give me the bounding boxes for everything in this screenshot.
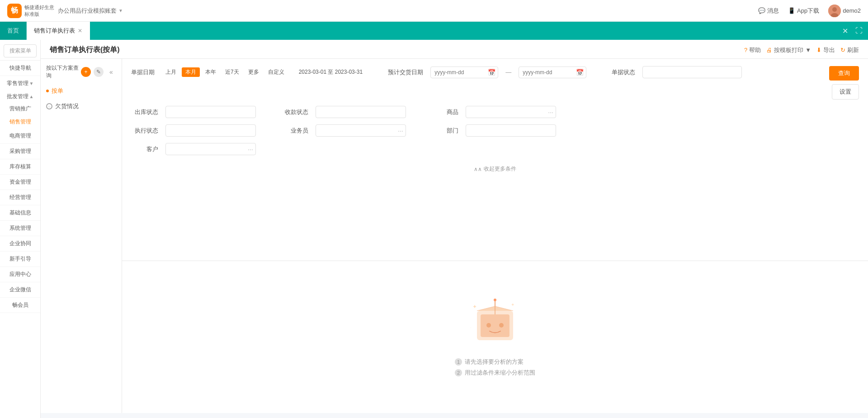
page-title: 销售订单执行表(按单) xyxy=(50,45,120,55)
collapse-panel-button[interactable]: « xyxy=(106,67,116,77)
filter-row-4: 客户 ··· xyxy=(131,143,859,155)
filter-area: 单据日期 上月 本月 本年 近7天 更多 自定义 2023-03-01 至 20… xyxy=(122,59,868,261)
status-select[interactable] xyxy=(642,66,742,78)
tab-close-icon[interactable]: ✕ xyxy=(78,28,82,34)
tab-expand-icon[interactable]: ⛶ xyxy=(854,25,864,37)
export-button[interactable]: ⬇ 导出 xyxy=(816,46,835,54)
salesperson-input-wrap: ··· xyxy=(316,124,406,137)
date-this-month-btn[interactable]: 本月 xyxy=(182,67,200,77)
empty-state: ✦ ✦ · 1 请先选择要分析的方案 2 用过滤条件来缩小分析范围 xyxy=(122,261,868,413)
product-input-wrap: ··· xyxy=(466,106,556,118)
department-select[interactable] xyxy=(466,124,556,137)
calendar-end-icon[interactable]: 📅 xyxy=(576,69,584,76)
message-button[interactable]: 💬 消息 xyxy=(758,7,779,15)
sidebar-item-inventory[interactable]: 库存核算 xyxy=(0,159,40,175)
exec-select[interactable] xyxy=(165,124,256,137)
shipment-select[interactable] xyxy=(165,106,256,118)
active-dot-icon xyxy=(46,90,49,92)
print-chevron-icon: ▼ xyxy=(805,47,811,53)
salesperson-input[interactable] xyxy=(316,124,406,137)
logo-box: 畅 畅捷通好生意 标准版 xyxy=(7,4,54,18)
exec-label: 执行状态 xyxy=(131,127,158,135)
wholesale-chevron-icon: ▲ xyxy=(29,94,34,99)
payment-select[interactable] xyxy=(316,106,406,118)
top-bar-left: 畅 畅捷通好生意 标准版 办公用品行业模拟账套 ▼ xyxy=(7,4,123,18)
print-button[interactable]: 🖨 按模板打印 ▼ xyxy=(766,46,811,54)
sidebar-item-ecommerce[interactable]: 电商管理 xyxy=(0,128,40,144)
payment-select-wrap xyxy=(316,106,406,118)
refresh-button[interactable]: ↻ 刷新 xyxy=(840,46,859,54)
left-panel-header: 按以下方案查询 + ✎ « xyxy=(41,64,122,83)
product-more-icon[interactable]: ··· xyxy=(548,109,553,116)
exec-select-wrap xyxy=(165,124,256,137)
status-label: 单据状态 xyxy=(612,68,635,76)
filter-data-area: 单据日期 上月 本月 本年 近7天 更多 自定义 2023-03-01 至 20… xyxy=(122,59,868,413)
customer-more-icon[interactable]: ··· xyxy=(248,146,253,153)
avatar xyxy=(828,5,841,17)
inactive-ring-icon: ○ xyxy=(46,103,52,109)
collapse-bar: ∧∧ 收起更多条件 xyxy=(131,162,859,176)
svg-point-6 xyxy=(499,323,504,328)
tab-close-window-icon[interactable]: ✕ xyxy=(840,25,850,37)
sidebar-item-marketing[interactable]: 营销推广 xyxy=(0,102,40,115)
product-input[interactable] xyxy=(466,106,556,118)
date-custom-btn[interactable]: 自定义 xyxy=(264,67,288,77)
sidebar-item-quicknav[interactable]: 快捷导航 xyxy=(0,61,40,76)
chevron-down-icon: ▼ xyxy=(118,8,123,13)
salesperson-label: 业务员 xyxy=(281,127,308,135)
sidebar-item-operations[interactable]: 经营管理 xyxy=(0,190,40,205)
logo-text: 畅捷通好生意 标准版 xyxy=(24,4,54,17)
sidebar-item-apps[interactable]: 应用中心 xyxy=(0,267,40,282)
scheme-item-单[interactable]: 按单 xyxy=(41,83,122,99)
content-body: 按以下方案查询 + ✎ « 按单 xyxy=(41,59,868,413)
date-more-btn[interactable]: 更多 xyxy=(245,67,263,77)
retail-chevron-icon: ▼ xyxy=(29,81,34,86)
calendar-start-icon[interactable]: 📅 xyxy=(488,69,495,76)
tab-home[interactable]: 首页 xyxy=(0,22,27,40)
sidebar-section-wholesale-header[interactable]: 批发管理 ▲ xyxy=(0,89,40,102)
page-header: 销售订单执行表(按单) ? 帮助 🖨 按模板打印 ▼ ⬇ 导出 ↻ 刷新 xyxy=(41,40,868,59)
sidebar-item-basic[interactable]: 基础信息 xyxy=(0,205,40,221)
logo-icon: 畅 xyxy=(7,4,22,18)
collapse-icon: « xyxy=(109,68,113,76)
svg-text:✦: ✦ xyxy=(511,302,514,307)
edit-scheme-button[interactable]: ✎ xyxy=(94,67,104,77)
sidebar-item-enterprise[interactable]: 企业协同 xyxy=(0,236,40,252)
query-button[interactable]: 查询 xyxy=(829,66,859,81)
collapse-filters-button[interactable]: ∧∧ 收起更多条件 xyxy=(474,165,516,173)
sidebar-item-finance[interactable]: 资金管理 xyxy=(0,175,40,190)
department-select-wrap xyxy=(466,124,556,137)
salesperson-more-icon[interactable]: ··· xyxy=(398,127,403,134)
sidebar-item-system[interactable]: 系统管理 xyxy=(0,221,40,236)
help-button[interactable]: ? 帮助 xyxy=(744,46,761,54)
sidebar-item-wechat[interactable]: 企业微信 xyxy=(0,282,40,298)
sidebar-item-newbie[interactable]: 新手引导 xyxy=(0,252,40,267)
user-menu[interactable]: demo2 xyxy=(828,5,861,17)
tab-bar-right: ✕ ⛶ xyxy=(840,22,868,40)
settings-button[interactable]: 设置 xyxy=(832,84,859,100)
sidebar-item-sales[interactable]: 销售管理 xyxy=(0,115,40,128)
date-label: 单据日期 xyxy=(131,68,155,76)
left-panel: 按以下方案查询 + ✎ « 按单 xyxy=(41,59,122,413)
sidebar-item-purchase[interactable]: 采购管理 xyxy=(0,144,40,159)
date-last-month-btn[interactable]: 上月 xyxy=(162,67,180,77)
customer-input[interactable] xyxy=(165,143,256,155)
page-selector[interactable]: 办公用品行业模拟账套 ▼ xyxy=(58,7,123,15)
filter-row-3: 执行状态 业务员 ··· 部门 xyxy=(131,124,859,137)
right-actions: 查询 设置 xyxy=(829,66,859,100)
sidebar-section-wholesale: 批发管理 ▲ 营销推广 销售管理 xyxy=(0,89,40,128)
message-icon: 💬 xyxy=(758,7,765,14)
search-menu-button[interactable]: 搜索菜单 xyxy=(4,44,37,57)
sidebar-section-retail-header[interactable]: 零售管理 ▼ xyxy=(0,76,40,89)
add-scheme-button[interactable]: + xyxy=(81,67,91,77)
tab-sales-order[interactable]: 销售订单执行表 ✕ xyxy=(27,22,90,40)
refresh-icon: ↻ xyxy=(840,47,845,53)
svg-point-8 xyxy=(494,299,496,301)
scheme-item-欠货[interactable]: ○ 欠货情况 xyxy=(41,99,122,114)
app-download-button[interactable]: 📱 App下载 xyxy=(788,7,819,15)
svg-point-1 xyxy=(832,7,837,12)
date-last-7-days-btn[interactable]: 近7天 xyxy=(222,67,243,77)
sidebar-item-member[interactable]: 畅会员 xyxy=(0,298,40,313)
top-bar-right: 💬 消息 📱 App下载 demo2 xyxy=(758,5,861,17)
date-this-year-btn[interactable]: 本年 xyxy=(202,67,220,77)
